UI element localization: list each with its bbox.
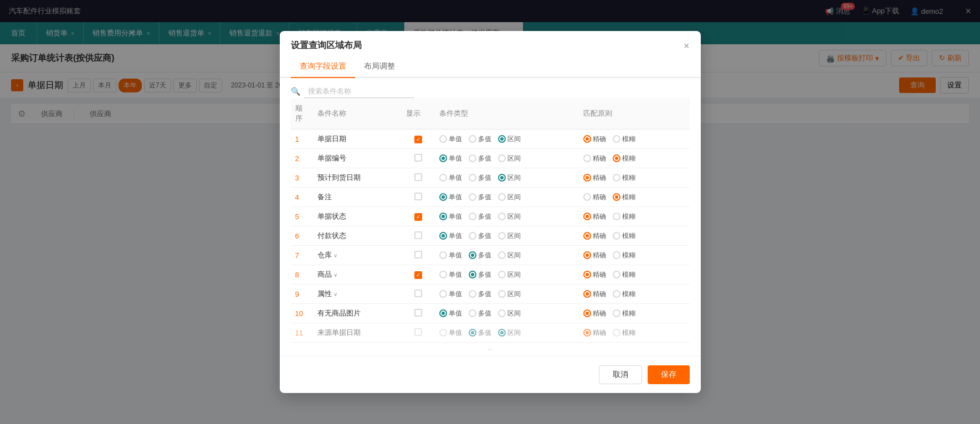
type-single-11[interactable]: 单值 [439,328,462,338]
cell-show[interactable] [402,130,435,149]
type-range-11[interactable]: 区间 [498,328,521,338]
radio-dot-type-range-5 [498,213,506,220]
type-range-2[interactable]: 区间 [498,154,521,163]
cell-show[interactable] [402,265,435,285]
radio-dot-match-exact-6 [583,232,591,240]
radio-dot-type-multi-4 [469,193,476,201]
save-btn[interactable]: 保存 [648,365,690,384]
type-range-4[interactable]: 区间 [498,193,521,202]
dialog-tab-layout[interactable]: 布局调整 [355,58,404,78]
cell-show[interactable] [402,226,435,246]
match-exact-6[interactable]: 精确 [583,231,606,241]
match-fuzzy-6[interactable]: 模糊 [613,231,635,241]
show-checkbox-6[interactable] [414,231,422,239]
table-row: 7仓库 ∨单值多值区间精确模糊 [291,246,690,265]
search-input[interactable] [304,85,414,98]
show-checkbox-9[interactable] [414,289,422,297]
match-fuzzy-2[interactable]: 模糊 [613,154,635,163]
type-range-3[interactable]: 区间 [498,173,521,183]
type-single-8[interactable]: 单值 [439,270,462,280]
match-fuzzy-1[interactable]: 模糊 [613,135,635,144]
cell-show[interactable] [402,188,435,207]
type-range-8[interactable]: 区间 [498,270,521,280]
type-range-5[interactable]: 区间 [498,212,521,221]
match-fuzzy-9[interactable]: 模糊 [613,289,635,299]
type-multi-11[interactable]: 多值 [469,328,491,338]
dialog-tab-field-settings[interactable]: 查询字段设置 [291,58,355,78]
match-fuzzy-8[interactable]: 模糊 [613,270,635,280]
match-fuzzy-4[interactable]: 模糊 [613,193,635,202]
cell-order: 1 [291,130,313,149]
radio-dot-type-multi-9 [469,290,476,298]
match-exact-11[interactable]: 精确 [583,328,606,338]
show-checkbox-8[interactable] [414,271,422,279]
type-single-2[interactable]: 单值 [439,154,462,163]
match-fuzzy-5[interactable]: 模糊 [613,212,635,221]
match-exact-1[interactable]: 精确 [583,135,606,144]
match-exact-8[interactable]: 精确 [583,270,606,280]
type-multi-1[interactable]: 多值 [469,135,491,144]
radio-dot-type-multi-10 [469,309,476,317]
type-single-7[interactable]: 单值 [439,251,462,260]
dialog-title: 设置查询区域布局 [291,40,362,51]
type-multi-2[interactable]: 多值 [469,154,491,163]
type-multi-7[interactable]: 多值 [469,251,491,260]
match-exact-2[interactable]: 精确 [583,154,606,163]
type-multi-4[interactable]: 多值 [469,193,491,202]
show-checkbox-11[interactable] [414,328,422,336]
radio-dot-match-exact-5 [583,213,591,220]
show-checkbox-5[interactable] [414,213,422,221]
radio-dot-match-exact-7 [583,251,591,259]
radio-dot-type-range-6 [498,232,506,240]
type-single-10[interactable]: 单值 [439,309,462,318]
type-single-9[interactable]: 单值 [439,289,462,299]
radio-dot-type-range-8 [498,271,506,278]
type-range-10[interactable]: 区间 [498,309,521,318]
type-multi-5[interactable]: 多值 [469,212,491,221]
match-exact-3[interactable]: 精确 [583,173,606,183]
radio-dot-match-fuzzy-5 [613,213,620,220]
match-fuzzy-11[interactable]: 模糊 [613,328,635,338]
radio-dot-type-range-4 [498,193,506,201]
type-multi-8[interactable]: 多值 [469,270,491,280]
cell-show[interactable] [402,149,435,168]
match-fuzzy-7[interactable]: 模糊 [613,251,635,260]
show-checkbox-2[interactable] [414,154,422,162]
cell-match: 精确模糊 [579,304,690,323]
match-exact-5[interactable]: 精确 [583,212,606,221]
type-single-6[interactable]: 单值 [439,231,462,241]
type-single-4[interactable]: 单值 [439,193,462,202]
type-range-7[interactable]: 区间 [498,251,521,260]
cancel-btn[interactable]: 取消 [599,365,642,384]
type-single-5[interactable]: 单值 [439,212,462,221]
type-single-1[interactable]: 单值 [439,135,462,144]
match-exact-4[interactable]: 精确 [583,193,606,202]
match-fuzzy-3[interactable]: 模糊 [613,173,635,183]
type-range-9[interactable]: 区间 [498,289,521,299]
type-multi-3[interactable]: 多值 [469,173,491,183]
cell-show[interactable] [402,323,435,343]
cell-type: 单值多值区间 [435,168,579,188]
type-multi-6[interactable]: 多值 [469,231,491,241]
match-exact-7[interactable]: 精确 [583,251,606,260]
type-multi-10[interactable]: 多值 [469,309,491,318]
radio-dot-type-range-7 [498,251,506,259]
show-checkbox-4[interactable] [414,193,422,200]
match-exact-10[interactable]: 精确 [583,309,606,318]
type-range-1[interactable]: 区间 [498,135,521,144]
cell-show[interactable] [402,304,435,323]
cell-show[interactable] [402,246,435,265]
cell-show[interactable] [402,207,435,226]
show-checkbox-10[interactable] [414,309,422,317]
cell-show[interactable] [402,168,435,188]
show-checkbox-3[interactable] [414,173,422,181]
type-range-6[interactable]: 区间 [498,231,521,241]
cell-show[interactable] [402,285,435,304]
type-single-3[interactable]: 单值 [439,173,462,183]
show-checkbox-1[interactable] [414,136,422,143]
dialog-close-btn[interactable]: × [684,41,690,51]
type-multi-9[interactable]: 多值 [469,289,491,299]
match-exact-9[interactable]: 精确 [583,289,606,299]
match-fuzzy-10[interactable]: 模糊 [613,309,635,318]
show-checkbox-7[interactable] [414,251,422,258]
